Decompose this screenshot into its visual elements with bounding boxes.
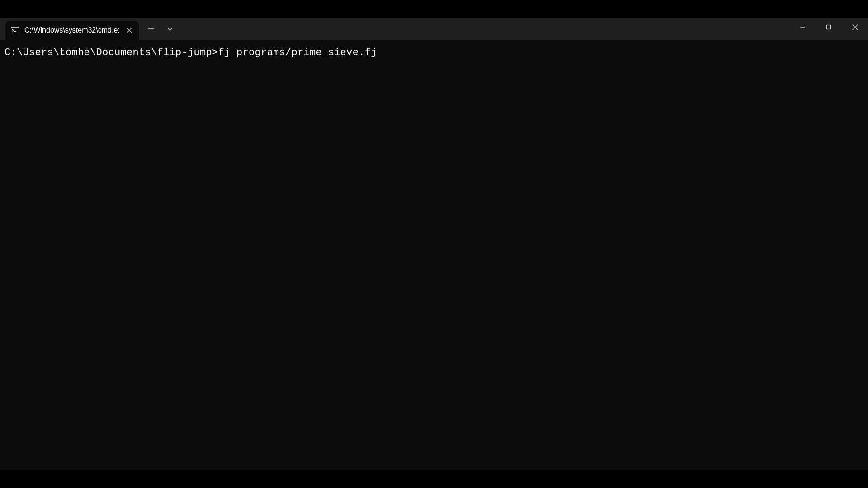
tab-close-button[interactable] (123, 24, 135, 36)
terminal-line: C:\Users\tomhe\Documents\flip-jump> fj p… (5, 46, 863, 60)
chevron-down-icon (167, 26, 173, 32)
terminal-body[interactable]: C:\Users\tomhe\Documents\flip-jump> fj p… (0, 40, 868, 470)
tab-cmd[interactable]: C:\Windows\system32\cmd.e: (5, 21, 139, 40)
maximize-button[interactable] (816, 18, 842, 36)
cmd-icon (11, 26, 19, 34)
window-controls (789, 18, 868, 40)
letterbox-bottom (0, 470, 868, 488)
close-icon (852, 24, 858, 30)
tab-actions (139, 18, 182, 40)
plus-icon (148, 26, 154, 32)
titlebar[interactable]: C:\Windows\system32\cmd.e: (0, 18, 868, 40)
terminal-window: C:\Windows\system32\cmd.e: (0, 18, 868, 470)
tab-title: C:\Windows\system32\cmd.e: (24, 26, 120, 34)
maximize-icon (826, 24, 831, 30)
prompt-text: C:\Users\tomhe\Documents\flip-jump> (5, 46, 218, 60)
svg-rect-8 (827, 25, 831, 29)
close-window-button[interactable] (842, 18, 868, 36)
close-icon (127, 28, 132, 33)
new-tab-button[interactable] (142, 19, 160, 38)
letterbox-top (0, 0, 868, 18)
svg-rect-1 (11, 27, 19, 28)
tab-dropdown-button[interactable] (160, 19, 179, 38)
minimize-icon (800, 24, 805, 30)
command-text: fj programs/prime_sieve.fj (218, 46, 377, 60)
minimize-button[interactable] (789, 18, 816, 36)
